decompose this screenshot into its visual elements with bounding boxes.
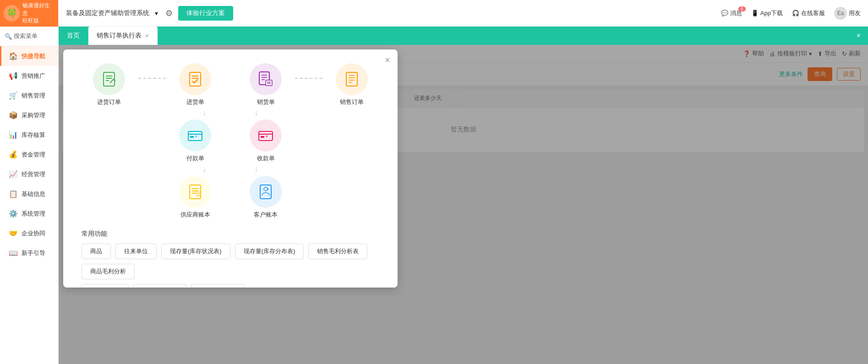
arrow-down-payment-bill: ↓	[202, 163, 207, 176]
system-icon: ⚙️	[9, 209, 18, 218]
customer-ledger-circle	[250, 176, 282, 208]
flow-diagram: 进货订单	[82, 63, 379, 219]
func-btn-product[interactable]: 商品	[82, 244, 111, 259]
online-service-item[interactable]: 🎧 在线客服	[792, 9, 825, 17]
flow-node-sales-order[interactable]: 销售订单	[324, 63, 379, 106]
arrow-down-sales-bill: ↓	[254, 106, 258, 120]
sales-bill-circle	[250, 63, 282, 95]
search-icon: 🔍	[5, 33, 12, 40]
sidebar-item-basic-info[interactable]: 📋 基础信息	[0, 184, 58, 204]
chevron-down-icon: ▾	[155, 10, 158, 17]
tabbar: 首页 销售订单执行表 × ×	[59, 27, 868, 45]
flow-node-supplier-ledger[interactable]: 供应商账本	[168, 176, 223, 219]
svg-rect-30	[261, 136, 264, 138]
receipt-bill-circle: ¥	[250, 120, 282, 152]
finance-icon: 💰	[9, 150, 18, 159]
content-area: ❓ 帮助 🖨 按模板打印 ▾ ⬆ 导出 ↻ 刷新 📅 单据状态	[59, 45, 868, 364]
func-btn-product-margin[interactable]: 商品毛利分析	[82, 264, 135, 279]
sidebar-item-quick-nav[interactable]: 🏠 快捷导航	[0, 46, 58, 66]
enterprise-icon: 🤝	[9, 229, 18, 238]
sidebar-item-inventory[interactable]: 📊 库存核算	[0, 125, 58, 145]
inventory-icon: 📊	[9, 130, 18, 139]
modal-overlay[interactable]: ×	[59, 45, 868, 364]
sales-icon: 🛒	[9, 91, 18, 100]
home-icon: 🏠	[9, 52, 18, 60]
function-buttons-row2: 销售排行榜 收款情况统计 付款情况统计	[82, 284, 379, 288]
sales-order-circle	[336, 63, 368, 95]
guide-icon: 📖	[9, 249, 18, 257]
sidebar-item-purchase[interactable]: 📦 采购管理	[0, 105, 58, 125]
logo-area: 🍀 畅康通好生意 旺旺版	[0, 0, 58, 27]
function-buttons-row1: 商品 往来单位 现存量(库存状况表) 现存量(库存分布表) 销售毛利分析表 商品…	[82, 244, 379, 279]
basic-info-icon: 📋	[9, 190, 18, 198]
arrow-down-purchase-bill: ↓	[202, 106, 207, 120]
sidebar-nav: 🏠 快捷导航 📢 营销推广 🛒 销售管理 📦 采购管理 📊 库存核算 💰 资金管…	[0, 46, 58, 364]
func-btn-stock-dist[interactable]: 现存量(库存分布表)	[235, 244, 304, 259]
supplier-ledger-circle	[179, 176, 211, 208]
logo-text: 畅康通好生意 旺旺版	[22, 2, 55, 25]
user-item[interactable]: Ea 用友	[834, 7, 861, 20]
marketing-icon: 📢	[9, 71, 18, 80]
flow-node-receipt-bill[interactable]: ¥ 收款单	[238, 120, 293, 163]
quick-nav-modal: ×	[63, 49, 398, 288]
experience-button[interactable]: 体验行业方案	[178, 6, 233, 21]
settings-icon[interactable]: ⚙	[165, 8, 173, 18]
func-btn-stock-status[interactable]: 现存量(库存状况表)	[161, 244, 230, 259]
sidebar-item-system[interactable]: ⚙️ 系统管理	[0, 204, 58, 223]
logo-icon: 🍀	[4, 5, 20, 22]
func-btn-payment-stats[interactable]: 付款情况统计	[191, 284, 244, 288]
tab-sales-order[interactable]: 销售订单执行表 ×	[88, 27, 158, 45]
svg-rect-23	[346, 72, 357, 86]
message-badge: 6	[738, 6, 746, 11]
sidebar-item-marketing[interactable]: 📢 营销推广	[0, 66, 58, 86]
download-icon: 📱	[751, 10, 759, 16]
purchase-bill-circle	[179, 63, 211, 95]
system-dropdown[interactable]: ▾	[155, 10, 158, 17]
svg-text:¥: ¥	[265, 134, 268, 138]
sidebar-item-business[interactable]: 📈 经营管理	[0, 164, 58, 184]
service-icon: 🎧	[792, 10, 799, 16]
business-icon: 📈	[9, 170, 18, 179]
search-menu-button[interactable]: 🔍 搜索菜单	[4, 30, 55, 42]
topbar-right: 💬 消息 6 📱 App下载 🎧 在线客服 Ea 用友	[721, 7, 861, 20]
func-btn-sales-ranking[interactable]: 销售排行榜	[82, 284, 129, 288]
close-all-button[interactable]: ×	[849, 32, 868, 40]
purchase-order-circle	[93, 63, 125, 95]
modal-close-button[interactable]: ×	[385, 55, 390, 65]
func-btn-sales-margin[interactable]: 销售毛利分析表	[308, 244, 367, 259]
avatar: Ea	[834, 7, 847, 20]
purchase-icon: 📦	[9, 111, 18, 120]
flow-node-purchase-order[interactable]: 进货订单	[82, 63, 136, 106]
topbar: 装备及固定资产辅助管理系统 ▾ ⚙ 体验行业方案 💬 消息 6 📱 App下载 …	[59, 0, 868, 27]
flow-node-payment-bill[interactable]: ¥ 付款单	[168, 120, 223, 163]
svg-rect-4	[190, 72, 201, 86]
flow-node-sales-bill[interactable]: 销货单	[238, 63, 293, 106]
message-icon: 💬	[721, 10, 728, 16]
arrow-down-receipt-bill: ↓	[254, 163, 258, 176]
func-btn-partner[interactable]: 往来单位	[115, 244, 157, 259]
sidebar: 🍀 畅康通好生意 旺旺版 🔍 搜索菜单 🏠 快捷导航 📢 营销推广 🛒 销售管理…	[0, 0, 59, 364]
tab-close-icon[interactable]: ×	[145, 32, 149, 39]
flow-node-customer-ledger[interactable]: 客户账本	[238, 176, 293, 219]
sidebar-item-guide[interactable]: 📖 新手引导	[0, 243, 58, 263]
svg-rect-9	[190, 136, 194, 138]
svg-rect-0	[104, 72, 115, 86]
system-title: 装备及固定资产辅助管理系统	[66, 9, 149, 17]
common-functions-title: 常用功能	[82, 230, 379, 238]
sidebar-item-enterprise[interactable]: 🤝 企业协同	[0, 223, 58, 243]
sidebar-item-sales[interactable]: 🛒 销售管理	[0, 86, 58, 105]
close-all-icon: ×	[857, 32, 861, 39]
func-btn-receipt-stats[interactable]: 收款情况统计	[133, 284, 186, 288]
common-functions-section: 常用功能 商品 往来单位 现存量(库存状况表) 现存量(库存分布表) 销售毛利分…	[82, 230, 379, 288]
tab-home[interactable]: 首页	[59, 27, 88, 45]
flow-node-purchase-bill[interactable]: 进货单	[168, 63, 223, 106]
svg-rect-15	[196, 192, 201, 196]
app-download-item[interactable]: 📱 App下载	[751, 9, 783, 17]
sidebar-search-area: 🔍 搜索菜单	[0, 27, 58, 46]
main-area: 装备及固定资产辅助管理系统 ▾ ⚙ 体验行业方案 💬 消息 6 📱 App下载 …	[59, 0, 868, 364]
svg-text:¥: ¥	[195, 134, 197, 138]
svg-rect-20	[266, 80, 272, 86]
message-item[interactable]: 💬 消息 6	[721, 9, 742, 17]
sidebar-item-finance[interactable]: 💰 资金管理	[0, 145, 58, 164]
payment-bill-circle: ¥	[179, 120, 211, 152]
